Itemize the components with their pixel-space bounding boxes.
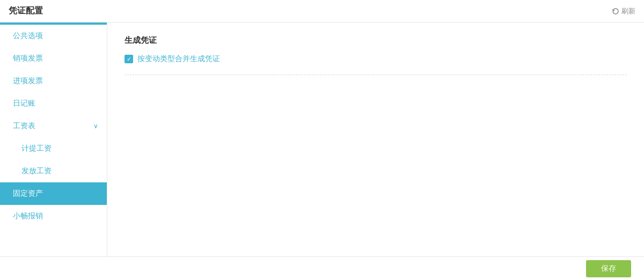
sidebar-item-label: 日记账: [13, 99, 35, 108]
merge-checkbox[interactable]: [125, 55, 133, 63]
sidebar-item-fixed-assets[interactable]: 固定资产: [0, 182, 107, 205]
sidebar-item-expense[interactable]: 小畅报销: [0, 205, 107, 227]
refresh-button[interactable]: 刷新: [612, 6, 635, 16]
main-layout: 公共选项 销项发票 进项发票 日记账 工资表 ∨ 计提工资 发放工资 固定资产 …: [0, 23, 644, 256]
sidebar-item-payroll[interactable]: 工资表 ∨: [0, 115, 107, 137]
sidebar: 公共选项 销项发票 进项发票 日记账 工资表 ∨ 计提工资 发放工资 固定资产 …: [0, 23, 107, 256]
sidebar-item-label: 公共选项: [13, 31, 43, 41]
save-button[interactable]: 保存: [586, 260, 631, 277]
sidebar-item-pay-salary[interactable]: 发放工资: [0, 160, 107, 182]
sidebar-item-label: 固定资产: [13, 189, 43, 198]
sidebar-item-journal[interactable]: 日记账: [0, 92, 107, 115]
main-content: 生成凭证 按变动类型合并生成凭证: [107, 23, 644, 256]
refresh-label: 刷新: [621, 6, 635, 16]
sidebar-item-purchase-invoice[interactable]: 进项发票: [0, 70, 107, 92]
chevron-down-icon: ∨: [93, 122, 98, 130]
header: 凭证配置 刷新: [0, 0, 644, 23]
sidebar-item-sales-invoice[interactable]: 销项发票: [0, 47, 107, 70]
checkbox-label: 按变动类型合并生成凭证: [137, 54, 220, 64]
sidebar-item-label: 计提工资: [21, 144, 52, 153]
section-title: 生成凭证: [125, 35, 627, 46]
section-divider: [125, 75, 627, 75]
refresh-icon: [612, 8, 619, 15]
sidebar-item-label: 小畅报销: [13, 211, 43, 221]
sidebar-item-label: 工资表: [13, 121, 35, 131]
sidebar-item-public[interactable]: 公共选项: [0, 25, 107, 47]
sidebar-item-accrued-salary[interactable]: 计提工资: [0, 137, 107, 160]
sidebar-item-label: 发放工资: [21, 166, 52, 176]
sidebar-item-label: 销项发票: [13, 54, 43, 63]
sidebar-item-label: 进项发票: [13, 76, 43, 86]
page-title: 凭证配置: [9, 5, 43, 17]
footer: 保存: [0, 256, 644, 280]
checkbox-row: 按变动类型合并生成凭证: [125, 54, 627, 64]
